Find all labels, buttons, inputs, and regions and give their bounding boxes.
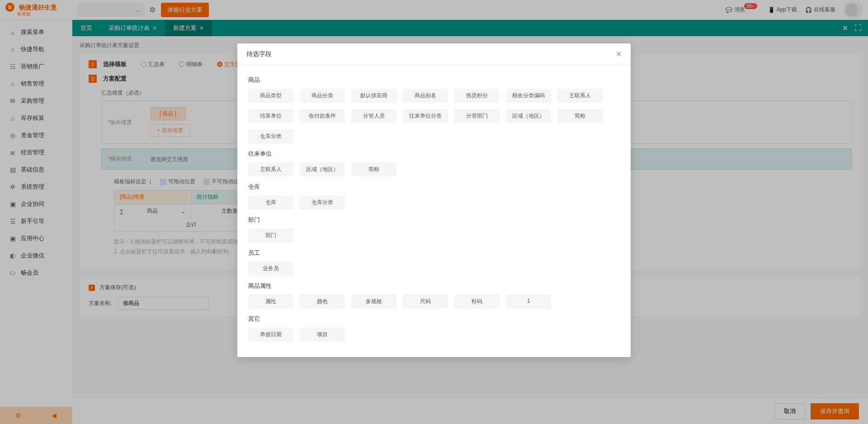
group-title: 部门	[248, 216, 620, 224]
field-tag[interactable]: 简称	[351, 162, 396, 176]
field-group-6: 其它单据日期项目	[248, 315, 620, 342]
field-tag[interactable]: 往来单位分类	[403, 109, 448, 123]
field-tag[interactable]: 结算单位	[248, 109, 293, 123]
tag-row: 业务员	[248, 262, 620, 276]
tag-row: 属性颜色多规格尺码鞋码1	[248, 295, 620, 309]
group-title: 往来单位	[248, 150, 620, 158]
field-modal: 待选字段 ✕ 商品商品类型商品分类默认供应商商品别名拣货积分税收分类编码主联系人…	[237, 43, 631, 357]
field-tag[interactable]: 商品别名	[403, 89, 448, 103]
field-group-0: 商品商品类型商品分类默认供应商商品别名拣货积分税收分类编码主联系人结算单位收付款…	[248, 76, 620, 143]
close-icon[interactable]: ✕	[616, 50, 622, 58]
modal-title: 待选字段	[246, 50, 272, 58]
field-tag[interactable]: 税收分类编码	[506, 89, 551, 103]
field-group-4: 员工业务员	[248, 249, 620, 276]
group-title: 商品	[248, 76, 620, 84]
tag-row: 单据日期项目	[248, 328, 620, 342]
field-group-5: 商品属性属性颜色多规格尺码鞋码1	[248, 282, 620, 309]
field-tag[interactable]: 分管人员	[351, 109, 396, 123]
group-title: 其它	[248, 315, 620, 323]
field-tag[interactable]: 仓库分类	[248, 129, 293, 143]
field-tag[interactable]: 拣货积分	[454, 89, 500, 103]
field-tag[interactable]: 业务员	[248, 262, 293, 276]
modal-header: 待选字段 ✕	[237, 43, 631, 65]
field-tag[interactable]: 项目	[300, 328, 345, 342]
field-tag[interactable]: 尺码	[403, 295, 448, 309]
group-title: 员工	[248, 249, 620, 257]
field-group-1: 往来单位主联系人区域（地区）简称	[248, 150, 620, 176]
field-tag[interactable]: 仓库分类	[300, 195, 345, 210]
tag-row: 商品类型商品分类默认供应商商品别名拣货积分税收分类编码主联系人结算单位收付款条件…	[248, 89, 620, 143]
tag-row: 主联系人区域（地区）简称	[248, 162, 620, 176]
field-tag[interactable]: 1	[506, 295, 551, 309]
tag-row: 部门	[248, 229, 620, 243]
field-tag[interactable]: 收付款条件	[300, 109, 345, 123]
field-group-2: 仓库仓库仓库分类	[248, 183, 620, 210]
field-tag[interactable]: 单据日期	[248, 328, 293, 342]
field-tag[interactable]: 鞋码	[454, 295, 500, 309]
tag-row: 仓库仓库分类	[248, 195, 620, 210]
field-tag[interactable]: 主联系人	[248, 162, 293, 176]
field-tag[interactable]: 区域（地区）	[506, 109, 551, 123]
field-tag[interactable]: 区域（地区）	[300, 162, 345, 176]
group-title: 商品属性	[248, 282, 620, 290]
group-title: 仓库	[248, 183, 620, 191]
field-tag[interactable]: 仓库	[248, 195, 293, 210]
field-tag[interactable]: 主联系人	[557, 89, 603, 103]
field-tag[interactable]: 部门	[248, 229, 293, 243]
field-tag[interactable]: 属性	[248, 295, 293, 309]
field-tag[interactable]: 默认供应商	[351, 89, 396, 103]
field-group-3: 部门部门	[248, 216, 620, 243]
field-tag[interactable]: 多规格	[351, 295, 396, 309]
modal-body: 商品商品类型商品分类默认供应商商品别名拣货积分税收分类编码主联系人结算单位收付款…	[237, 65, 631, 346]
field-tag[interactable]: 商品类型	[248, 89, 293, 103]
field-tag[interactable]: 商品分类	[300, 89, 345, 103]
field-tag[interactable]: 简称	[557, 109, 603, 123]
field-tag[interactable]: 分管部门	[454, 109, 500, 123]
field-tag[interactable]: 颜色	[300, 295, 345, 309]
